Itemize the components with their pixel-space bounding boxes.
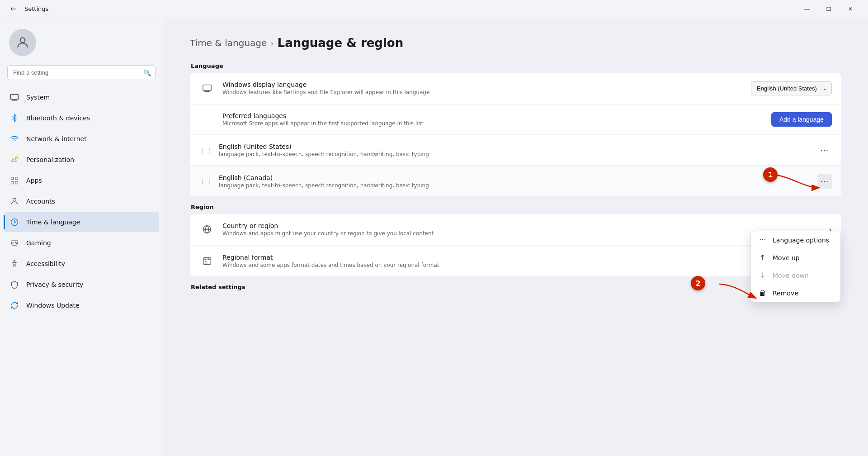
sidebar-item-windows-update[interactable]: Windows Update [4, 295, 159, 315]
sidebar-item-label-network: Network & internet [26, 135, 87, 142]
display-lang-text: Windows display language Windows feature… [222, 81, 751, 95]
time-language-nav-icon [9, 217, 20, 228]
context-menu-remove[interactable]: 🗑 Remove [751, 284, 840, 302]
maximize-button[interactable]: ⧠ [818, 2, 839, 16]
svg-point-9 [15, 242, 16, 243]
sidebar-item-time-language[interactable]: Time & language [4, 212, 159, 232]
sidebar-profile [0, 18, 163, 63]
display-lang-label: Windows display language [222, 81, 751, 88]
svg-rect-1 [11, 94, 19, 100]
sidebar-item-label-system: System [26, 94, 50, 101]
sidebar-item-label-apps: Apps [26, 177, 42, 184]
sidebar: 🔍 System Bluetooth & devices Network & i… [0, 18, 163, 456]
sidebar-item-accounts[interactable]: Accounts [4, 191, 159, 211]
language-options-label: Language options [773, 237, 829, 244]
context-menu-move-down: ↓ Move down [751, 266, 840, 284]
country-region-row[interactable]: Country or region Windows and apps might… [190, 214, 841, 245]
english-ca-action: ··· [817, 174, 832, 189]
regional-format-row: Regional format Windows and some apps fo… [190, 245, 841, 276]
sidebar-item-label-bluetooth: Bluetooth & devices [26, 114, 90, 122]
display-lang-action: English (United States) [751, 81, 832, 95]
language-section-title: Language [190, 62, 841, 69]
sidebar-item-apps[interactable]: Apps [4, 171, 159, 190]
titlebar: ← Settings — ⧠ ✕ [0, 0, 868, 18]
close-button[interactable]: ✕ [840, 2, 861, 16]
display-lang-desc: Windows features like Settings and File … [222, 89, 751, 95]
accounts-nav-icon [9, 196, 20, 207]
svg-point-11 [14, 261, 15, 262]
english-us-label: English (United States) [219, 143, 817, 150]
sidebar-item-system[interactable]: System [4, 87, 159, 107]
context-menu-move-up[interactable]: ↑ Move up [751, 249, 840, 266]
display-lang-icon [199, 80, 215, 96]
language-card-group: Windows display language Windows feature… [190, 73, 841, 196]
sidebar-item-privacy[interactable]: Privacy & security [4, 275, 159, 294]
context-menu: ··· Language options ↑ Move up ↓ Move do… [750, 231, 841, 302]
move-up-icon: ↑ [758, 253, 767, 262]
titlebar-left: ← Settings [7, 3, 48, 15]
breadcrumb-parent[interactable]: Time & language [190, 38, 267, 48]
move-down-label: Move down [773, 272, 809, 279]
sidebar-item-label-gaming: Gaming [26, 239, 51, 247]
english-ca-row: ⋮⋮ English (Canada) language pack, text-… [190, 166, 841, 196]
sidebar-item-label-personalization: Personalization [26, 156, 74, 163]
sidebar-item-gaming[interactable]: Gaming [4, 233, 159, 253]
minimize-button[interactable]: — [797, 2, 817, 16]
windows-update-nav-icon [9, 300, 20, 311]
context-menu-language-options[interactable]: ··· Language options [751, 231, 840, 249]
svg-point-2 [15, 157, 18, 159]
preferred-languages-row: Preferred languages Microsoft Store apps… [190, 104, 841, 135]
app-title: Settings [24, 5, 48, 12]
remove-label: Remove [773, 290, 798, 297]
sidebar-nav: System Bluetooth & devices Network & int… [0, 86, 163, 456]
personalization-nav-icon [9, 154, 20, 165]
breadcrumb-current: Language & region [278, 36, 404, 50]
gaming-nav-icon [9, 238, 20, 248]
remove-icon: 🗑 [758, 289, 767, 297]
sidebar-item-bluetooth[interactable]: Bluetooth & devices [4, 108, 159, 128]
language-options-icon: ··· [758, 236, 767, 244]
country-label: Country or region [222, 222, 829, 229]
english-ca-text: English (Canada) language pack, text-to-… [219, 174, 817, 189]
sidebar-item-label-windows-update: Windows Update [26, 302, 80, 309]
english-us-menu-button[interactable]: ··· [817, 143, 832, 157]
english-ca-menu-button[interactable]: ··· [817, 174, 832, 189]
country-icon [199, 221, 215, 238]
english-us-action: ··· [817, 143, 832, 157]
sidebar-item-accessibility[interactable]: Accessibility [4, 254, 159, 274]
drag-handle-ca[interactable]: ⋮⋮ [199, 177, 213, 185]
sidebar-item-network[interactable]: Network & internet [4, 129, 159, 149]
move-down-icon: ↓ [758, 271, 767, 280]
breadcrumb-separator: › [270, 38, 274, 48]
sidebar-item-label-accessibility: Accessibility [26, 260, 65, 267]
preferred-lang-action: Add a language [771, 112, 832, 127]
display-lang-select[interactable]: English (United States) [751, 81, 832, 95]
preferred-lang-desc: Microsoft Store apps will appear in the … [222, 120, 771, 127]
apps-nav-icon [9, 175, 20, 186]
add-language-button[interactable]: Add a language [771, 112, 832, 127]
content-area: Time & language › Language & region Lang… [163, 18, 868, 456]
svg-rect-12 [203, 85, 211, 91]
search-input[interactable] [7, 65, 156, 80]
drag-handle-us[interactable]: ⋮⋮ [199, 146, 213, 155]
sidebar-item-label-privacy: Privacy & security [26, 281, 83, 288]
country-desc: Windows and apps might use your country … [222, 230, 829, 237]
app-body: 🔍 System Bluetooth & devices Network & i… [0, 18, 868, 456]
window-controls: — ⧠ ✕ [797, 2, 861, 16]
windows-display-language-row: Windows display language Windows feature… [190, 73, 841, 104]
english-ca-desc: language pack, text-to-speech, speech re… [219, 182, 817, 189]
preferred-lang-text: Preferred languages Microsoft Store apps… [199, 112, 771, 127]
english-ca-label: English (Canada) [219, 174, 817, 181]
svg-rect-5 [11, 181, 14, 184]
svg-point-0 [20, 38, 25, 43]
display-lang-dropdown-wrapper: English (United States) [751, 81, 832, 95]
related-settings-title: Related settings [190, 284, 841, 290]
svg-point-7 [13, 198, 16, 201]
svg-rect-4 [15, 177, 18, 180]
back-button[interactable]: ← [7, 3, 20, 15]
region-card-group: Country or region Windows and apps might… [190, 214, 841, 276]
privacy-nav-icon [9, 279, 20, 290]
regional-format-label: Regional format [222, 254, 753, 261]
sidebar-item-personalization[interactable]: Personalization [4, 150, 159, 170]
svg-rect-6 [15, 181, 18, 184]
